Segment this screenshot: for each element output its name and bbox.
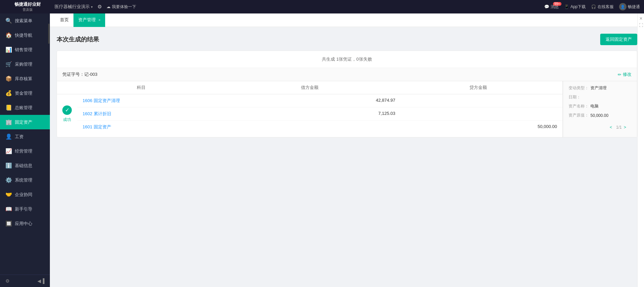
sidebar-item-basic-info[interactable]: ℹ️基础信息 bbox=[0, 158, 50, 173]
panel-close-icon[interactable]: ✕ bbox=[639, 16, 643, 21]
sidebar: 🔍搜索菜单🏠快捷导航📊销售管理🛒采购管理📦库存核算💰资金管理📒总账管理🏢固定资产… bbox=[0, 13, 50, 287]
inventory-icon: 📦 bbox=[5, 75, 12, 82]
row-credit-1 bbox=[401, 107, 562, 120]
quick-nav-icon: 🏠 bbox=[5, 32, 12, 38]
sidebar-scroll: 🔍搜索菜单🏠快捷导航📊销售管理🛒采购管理📦库存核算💰资金管理📒总账管理🏢固定资产… bbox=[0, 13, 50, 275]
message-icon: 💬 bbox=[544, 4, 549, 9]
sidebar-item-sales[interactable]: 📊销售管理 bbox=[0, 42, 50, 57]
app-download-button[interactable]: 📱 App下载 bbox=[564, 4, 586, 10]
sidebar-item-label: 采购管理 bbox=[15, 61, 32, 67]
tab-bar: 首页 资产管理 × bbox=[50, 13, 644, 27]
info-asset-value: 资产原值： 50,000.00 bbox=[569, 113, 632, 118]
sidebar-item-guide[interactable]: 📖新手引导 bbox=[0, 202, 50, 216]
online-service-button[interactable]: 🎧 在线客服 bbox=[591, 4, 614, 10]
sidebar-item-app-center[interactable]: 🔲应用中心 bbox=[0, 216, 50, 231]
side-info-panel: 变动类型： 资产清理 日期： 资产名称： 电脑 bbox=[563, 81, 637, 137]
header-right: 💬 消息 99+ 📱 App下载 🎧 在线客服 👤 畅捷通 bbox=[544, 3, 640, 10]
sidebar-item-fixed-assets[interactable]: 🏢固定资产 bbox=[0, 115, 50, 129]
return-button[interactable]: 返回固定资产 bbox=[600, 34, 637, 45]
date-label: 日期： bbox=[569, 94, 590, 100]
sidebar-item-label: 库存核算 bbox=[15, 76, 32, 82]
header-center: 医疗器械行业演示 ▾ ⚙ ☁ 我要体验一下 bbox=[55, 3, 544, 10]
system-icon: ⚙️ bbox=[5, 177, 12, 183]
row-subject-1: 1602 累计折旧 bbox=[77, 107, 239, 120]
result-panel: 共生成 1张凭证，0张失败 凭证字号：记-003 ✏ 修改 科目 bbox=[57, 51, 637, 137]
panel-expand-icon[interactable]: ⛶ bbox=[639, 23, 643, 28]
app-name: 畅捷通好业财 bbox=[14, 1, 41, 7]
row-subject-2: 1601 固定资产 bbox=[77, 121, 239, 133]
sidebar-item-label: 新手引导 bbox=[15, 206, 32, 212]
scroll-thumb bbox=[48, 24, 50, 44]
sidebar-item-operations[interactable]: 📈经营管理 bbox=[0, 144, 50, 158]
success-text: 成功 bbox=[63, 117, 71, 123]
success-icon: ✓ bbox=[62, 105, 72, 115]
asset-value-label: 资产原值： bbox=[569, 113, 590, 118]
sidebar-item-label: 工资 bbox=[15, 134, 24, 140]
app-download-label: App下载 bbox=[571, 4, 586, 10]
table-header: 科目 借方金额 贷方金额 bbox=[57, 81, 562, 94]
col-credit: 贷方金额 bbox=[394, 81, 562, 94]
settings-button[interactable]: ⚙ bbox=[95, 3, 104, 10]
table-row: 1602 累计折旧 7,125.03 bbox=[77, 107, 562, 121]
asset-name-value: 电脑 bbox=[590, 103, 599, 109]
sidebar-item-label: 搜索菜单 bbox=[15, 18, 32, 24]
edit-button[interactable]: ✏ 修改 bbox=[618, 71, 632, 77]
message-button[interactable]: 💬 消息 99+ bbox=[544, 4, 559, 10]
col-subject: 科目 bbox=[57, 81, 225, 94]
col-debit: 借方金额 bbox=[225, 81, 394, 94]
company-selector[interactable]: 医疗器械行业演示 ▾ bbox=[55, 4, 93, 10]
page-indicator: 1/1 bbox=[616, 125, 622, 130]
tab-asset-mgmt-label: 资产管理 bbox=[78, 17, 96, 23]
info-asset-name: 资产名称： 电脑 bbox=[569, 103, 632, 109]
edit-label: 修改 bbox=[623, 71, 632, 77]
sidebar-item-payroll[interactable]: 👤工资 bbox=[0, 129, 50, 144]
sidebar-item-system[interactable]: ⚙️系统管理 bbox=[0, 173, 50, 187]
sidebar-item-quick-nav[interactable]: 🏠快捷导航 bbox=[0, 28, 50, 42]
next-page-button[interactable]: > bbox=[624, 125, 626, 130]
sidebar-item-purchase[interactable]: 🛒采购管理 bbox=[0, 57, 50, 71]
tab-asset-mgmt[interactable]: 资产管理 × bbox=[73, 13, 105, 27]
page-header: 本次生成的结果 返回固定资产 bbox=[57, 34, 637, 45]
top-header: 畅捷通好业财 普及版 医疗器械行业演示 ▾ ⚙ ☁ 我要体验一下 💬 消息 99… bbox=[0, 0, 644, 13]
content-area: 首页 资产管理 × 本次生成的结果 返回固定资产 共生成 1张凭证，0张失败 凭… bbox=[50, 13, 644, 287]
logo-area: 畅捷通好业财 普及版 bbox=[4, 1, 51, 12]
tab-home[interactable]: 首页 bbox=[55, 13, 73, 27]
sidebar-item-label: 资金管理 bbox=[15, 90, 32, 96]
download-icon: 📱 bbox=[564, 4, 569, 9]
slide-panel: ✕ ⛶ bbox=[637, 13, 644, 287]
row-credit-2: 50,000.00 bbox=[401, 121, 562, 133]
try-label: 我要体验一下 bbox=[112, 4, 136, 10]
message-badge: 99+ bbox=[553, 2, 561, 6]
user-name: 畅捷通 bbox=[628, 4, 640, 10]
sidebar-item-cooperation[interactable]: 🤝企业协同 bbox=[0, 187, 50, 202]
collapse-icon[interactable]: ◀▐ bbox=[37, 278, 44, 284]
row-subject-0: 1606 固定资产清理 bbox=[77, 94, 239, 107]
sidebar-bottom: ⚙ ◀▐ bbox=[0, 275, 50, 287]
info-change-type: 变动类型： 资产清理 bbox=[569, 85, 632, 91]
voucher-body: 科目 借方金额 贷方金额 ✓ 成功 bbox=[57, 81, 637, 137]
sidebar-item-ledger[interactable]: 📒总账管理 bbox=[0, 100, 50, 115]
tab-home-label: 首页 bbox=[60, 17, 69, 23]
sidebar-item-label: 基础信息 bbox=[15, 163, 32, 169]
page-content: 本次生成的结果 返回固定资产 共生成 1张凭证，0张失败 凭证字号：记-003 … bbox=[50, 27, 644, 287]
sidebar-item-search[interactable]: 🔍搜索菜单 bbox=[0, 13, 50, 28]
cooperation-icon: 🤝 bbox=[5, 191, 12, 198]
cloud-icon: ☁ bbox=[106, 4, 111, 9]
prev-page-button[interactable]: < bbox=[610, 125, 612, 130]
row-credit-0 bbox=[401, 94, 562, 107]
try-button[interactable]: ☁ 我要体验一下 bbox=[106, 4, 136, 10]
edit-icon: ✏ bbox=[618, 72, 621, 77]
guide-icon: 📖 bbox=[5, 206, 12, 212]
purchase-icon: 🛒 bbox=[5, 61, 12, 67]
sidebar-item-inventory[interactable]: 📦库存核算 bbox=[0, 71, 50, 86]
tab-close-icon[interactable]: × bbox=[98, 18, 100, 22]
sidebar-item-finance[interactable]: 💰资金管理 bbox=[0, 86, 50, 100]
table-row: 1606 固定资产清理 42,874.97 bbox=[77, 94, 562, 107]
voucher-table: 科目 借方金额 贷方金额 ✓ 成功 bbox=[57, 81, 563, 137]
app-center-icon: 🔲 bbox=[5, 220, 12, 227]
row-debit-0: 42,874.97 bbox=[239, 94, 401, 107]
sidebar-item-label: 固定资产 bbox=[15, 119, 32, 125]
sidebar-item-label: 经营管理 bbox=[15, 148, 32, 154]
user-area[interactable]: 👤 畅捷通 bbox=[619, 3, 640, 10]
settings-bottom-icon[interactable]: ⚙ bbox=[5, 278, 10, 284]
